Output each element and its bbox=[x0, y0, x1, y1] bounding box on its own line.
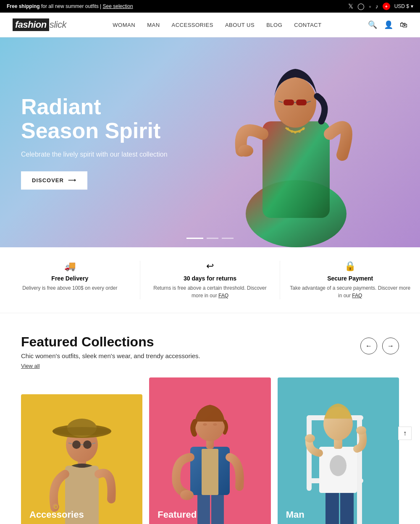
feature-payment-desc: Take advantage of a secure payments. Dis… bbox=[289, 284, 412, 299]
social-icons-bar: 𝕏 ◯ ◦ ♪ + USD $ ▾ bbox=[348, 3, 413, 10]
payment-faq-link[interactable]: FAQ bbox=[352, 293, 362, 299]
nav-contact[interactable]: CONTACT bbox=[294, 22, 321, 28]
accessories-card-label: Accessories bbox=[29, 509, 84, 520]
hero-dot-2[interactable] bbox=[207, 238, 218, 239]
collections-header: Featured Collections Chic women's outfit… bbox=[21, 334, 399, 359]
svg-point-20 bbox=[72, 440, 81, 449]
announcement-free-shipping: Free shipping for all new summer outfits… bbox=[7, 3, 133, 9]
feature-payment-title: Secure Payment bbox=[327, 275, 373, 282]
collection-card-accessories[interactable]: Accessories DISCOVER ⟶ bbox=[21, 394, 142, 524]
search-icon[interactable]: 🔍 bbox=[368, 20, 377, 29]
chevron-down-icon: ▾ bbox=[411, 3, 413, 9]
svg-point-34 bbox=[213, 423, 217, 426]
man-figure-svg bbox=[286, 382, 391, 524]
hero-discover-button[interactable]: DISCOVER ⟶ bbox=[21, 172, 87, 190]
collections-next-button[interactable]: → bbox=[382, 338, 399, 354]
card-bg-man bbox=[278, 377, 399, 524]
feature-delivery-desc: Delivery is free above 100$ on every ord… bbox=[22, 284, 117, 292]
collection-cards-container: Accessories DISCOVER ⟶ bbox=[21, 377, 399, 524]
twitter-x-icon[interactable]: 𝕏 bbox=[348, 3, 353, 10]
features-bar: 🚚 Free Delivery Delivery is free above 1… bbox=[0, 247, 420, 313]
svg-point-12 bbox=[302, 128, 304, 130]
hero-subtitle: Celebrate the lively spirit with our lat… bbox=[21, 150, 172, 160]
nav-accessories[interactable]: ACCESSORIES bbox=[172, 22, 213, 28]
nav-blog[interactable]: BLOG bbox=[266, 22, 282, 28]
main-nav: WOMAN MAN ACCESSORIES ABOUT US BLOG CONT… bbox=[113, 22, 321, 28]
nav-man[interactable]: MAN bbox=[147, 22, 160, 28]
logo-fashion-text: fashion bbox=[13, 18, 49, 31]
svg-point-35 bbox=[180, 490, 194, 500]
svg-rect-28 bbox=[211, 491, 224, 524]
feature-returns-desc: Returns is free above a certain threshol… bbox=[149, 284, 272, 299]
svg-point-21 bbox=[83, 440, 92, 449]
scroll-to-top-button[interactable]: ↑ bbox=[398, 427, 412, 440]
collections-arrows: ← → bbox=[360, 338, 399, 354]
svg-rect-41 bbox=[340, 489, 354, 524]
delivery-icon: 🚚 bbox=[64, 261, 76, 272]
hero-title: Radiant Season Spirit bbox=[21, 95, 172, 143]
returns-faq-link[interactable]: FAQ bbox=[218, 293, 228, 299]
hero-section: Radiant Season Spirit Celebrate the live… bbox=[0, 37, 420, 247]
nav-woman[interactable]: WOMAN bbox=[113, 22, 135, 28]
see-selection-link[interactable]: See selection bbox=[103, 3, 133, 9]
featured-card-label: Featured bbox=[158, 509, 197, 520]
collection-card-man[interactable]: Man DISCOVER ⟶ bbox=[278, 377, 399, 524]
feature-delivery-title: Free Delivery bbox=[51, 275, 88, 282]
site-logo[interactable]: fashionslick bbox=[13, 18, 66, 31]
card-bg-accessories bbox=[21, 394, 142, 524]
hero-slide-indicators bbox=[186, 238, 234, 239]
arrow-right-icon: ⟶ bbox=[68, 178, 76, 184]
returns-icon: ↩ bbox=[206, 261, 214, 272]
payment-icon: 🔒 bbox=[344, 261, 356, 272]
featured-figure-svg bbox=[158, 382, 262, 524]
svg-rect-30 bbox=[202, 449, 218, 495]
currency-selector[interactable]: USD $ ▾ bbox=[394, 3, 413, 9]
feature-delivery: 🚚 Free Delivery Delivery is free above 1… bbox=[0, 261, 140, 299]
collections-prev-button[interactable]: ← bbox=[360, 338, 377, 354]
facebook-icon[interactable]: ◯ bbox=[357, 3, 365, 10]
svg-point-46 bbox=[305, 434, 315, 443]
collection-card-featured[interactable]: Featured DISCOVER ⟶ bbox=[149, 377, 270, 524]
announcement-text: Free shipping for all new summer outfits… bbox=[7, 3, 133, 9]
man-card-label: Man bbox=[286, 509, 304, 520]
view-all-link[interactable]: View all bbox=[21, 363, 399, 369]
collections-section: Featured Collections Chic women's outfit… bbox=[0, 313, 420, 524]
hero-dot-3[interactable] bbox=[222, 238, 234, 239]
hero-figure-svg bbox=[178, 37, 388, 247]
collections-subtitle: Chic women's outfits, sleek men's wear, … bbox=[21, 352, 200, 359]
plus-icon[interactable]: + bbox=[383, 3, 390, 10]
collections-title-block: Featured Collections Chic women's outfit… bbox=[21, 334, 200, 359]
site-header: fashionslick WOMAN MAN ACCESSORIES ABOUT… bbox=[0, 13, 420, 37]
svg-rect-40 bbox=[326, 489, 339, 524]
feature-returns: ↩ 30 days for returns Returns is free ab… bbox=[140, 261, 281, 299]
svg-rect-1 bbox=[262, 121, 330, 218]
svg-point-19 bbox=[52, 427, 111, 435]
feature-payment: 🔒 Secure Payment Take advantage of a sec… bbox=[280, 261, 420, 299]
hero-model-image bbox=[147, 37, 420, 247]
svg-point-33 bbox=[203, 423, 207, 426]
svg-point-47 bbox=[356, 426, 366, 435]
svg-point-43 bbox=[330, 455, 346, 476]
hero-content: Radiant Season Spirit Celebrate the live… bbox=[21, 95, 172, 189]
svg-point-9 bbox=[291, 130, 293, 133]
svg-point-13 bbox=[238, 145, 253, 157]
account-icon[interactable]: 👤 bbox=[384, 20, 393, 29]
svg-point-11 bbox=[298, 130, 301, 133]
svg-rect-4 bbox=[296, 100, 307, 105]
cart-icon[interactable]: 🛍 bbox=[400, 21, 407, 29]
header-action-icons: 🔍 👤 🛍 bbox=[368, 20, 407, 29]
svg-rect-3 bbox=[284, 100, 294, 105]
svg-rect-27 bbox=[197, 491, 210, 524]
accessories-figure-svg bbox=[29, 398, 134, 524]
announcement-bar: Free shipping for all new summer outfits… bbox=[0, 0, 420, 13]
collections-title: Featured Collections bbox=[21, 334, 200, 350]
instagram-icon[interactable]: ◦ bbox=[369, 3, 371, 10]
svg-point-8 bbox=[286, 128, 289, 130]
nav-about[interactable]: ABOUT US bbox=[225, 22, 255, 28]
hero-dot-1[interactable] bbox=[186, 238, 203, 239]
feature-returns-title: 30 days for returns bbox=[184, 275, 236, 282]
svg-point-10 bbox=[294, 131, 297, 134]
logo-slick-text: slick bbox=[50, 19, 66, 30]
card-bg-featured bbox=[149, 377, 270, 524]
tiktok-icon[interactable]: ♪ bbox=[375, 3, 378, 10]
